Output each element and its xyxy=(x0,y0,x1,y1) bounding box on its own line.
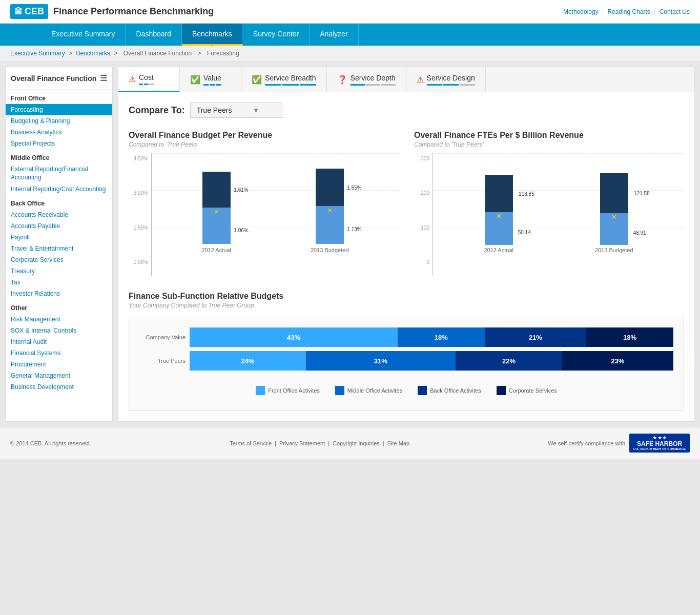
footer-terms[interactable]: Terms of Service xyxy=(230,440,272,446)
footer-sep3: | xyxy=(383,440,384,446)
reading-charts-link[interactable]: Reading Charts xyxy=(607,8,650,15)
warn-icon-design: ⚠ xyxy=(417,75,424,85)
sidebar-item-accounts-receivable[interactable]: Accounts Receivable xyxy=(6,209,112,220)
sidebar-item-accounts-payable[interactable]: Accounts Payable xyxy=(6,220,112,232)
nav-benchmarks[interactable]: Benchmarks xyxy=(182,24,243,46)
chart2-subtitle: Compared to 'True Peers' xyxy=(414,141,684,148)
sidebar-item-financial-systems[interactable]: Financial Systems xyxy=(6,347,112,359)
main-layout: Overall Finance Function ☰ Front Office … xyxy=(5,67,695,422)
chart2-val2-top: 121.58 xyxy=(634,191,650,196)
methodology-link[interactable]: Methodology xyxy=(563,8,599,15)
logo-area: 🏛 CEB Finance Performance Benchmarking xyxy=(10,4,214,19)
sidebar-item-special-projects[interactable]: Special Projects xyxy=(6,138,112,149)
chart1-val2-bottom: 1.13% xyxy=(347,227,361,232)
chart1-val1-top: 1.61% xyxy=(234,187,248,193)
tab-service-depth[interactable]: ❓ Service Depth xyxy=(327,67,406,92)
tab-cost[interactable]: ⚠ Cost xyxy=(118,67,180,92)
chart1-y-axis: 4.50% 3.00% 1.50% 0.00% xyxy=(129,153,151,276)
sidebar-item-corporate-services[interactable]: Corporate Services xyxy=(6,254,112,265)
tab-depth-bar1 xyxy=(351,84,365,86)
compare-label: Compare To: xyxy=(129,105,185,116)
sidebar-item-payroll[interactable]: Payroll xyxy=(6,232,112,243)
sidebar-item-tax[interactable]: Tax xyxy=(6,277,112,288)
tab-breadth-bar3 xyxy=(300,84,316,86)
chart1-y2: 1.50% xyxy=(134,225,148,231)
sidebar-item-external-reporting[interactable]: External Reporting/Financial Accounting xyxy=(6,163,112,183)
sidebar-item-treasury[interactable]: Treasury xyxy=(6,265,112,277)
sidebar-item-forecasting[interactable]: Forecasting xyxy=(6,104,112,115)
footer: © 2014 CEB. All rights reserved. Terms o… xyxy=(0,427,700,459)
sidebar-item-internal-audit[interactable]: Internal Audit xyxy=(6,336,112,347)
stacked-bar-container: Company Value 43% 18% 21% 18% True Peers… xyxy=(129,317,684,411)
tab-cost-bar1 xyxy=(139,84,143,85)
sidebar-item-general-management[interactable]: General Management xyxy=(6,370,112,381)
chart1-val2-top: 1.65% xyxy=(347,184,361,190)
safe-harbor-label: SAFE HARBOR xyxy=(633,440,686,447)
legend-front-office: Front Office Activites xyxy=(256,386,320,395)
nav-dashboard[interactable]: Dashboard xyxy=(126,24,182,46)
chart1-bar2-mid: ✕ xyxy=(316,206,344,214)
menu-icon[interactable]: ☰ xyxy=(100,73,107,83)
footer-copyright-link[interactable]: Copyright Inquiries xyxy=(333,440,380,446)
chart2-title: Overall Finance FTEs Per $ Billion Reven… xyxy=(414,131,684,140)
sidebar-item-budgeting[interactable]: Budgeting & Planning xyxy=(6,115,112,127)
breadcrumb-sep1: > xyxy=(69,50,74,57)
divider2: | xyxy=(654,8,657,15)
compare-value: True Peers xyxy=(197,106,232,114)
breadcrumb-executive-summary[interactable]: Executive Summary xyxy=(10,50,65,57)
nav-analyzer[interactable]: Analyzer xyxy=(310,24,358,46)
chart2-group1: 118.85 ✕ 50.14 xyxy=(484,175,513,253)
chart2-bar2-bottom: 48.91 xyxy=(600,220,628,245)
tab-service-design[interactable]: ⚠ Service Design xyxy=(406,67,486,92)
stacked-bars-company: 43% 18% 21% 18% xyxy=(190,327,673,347)
safe-harbor-text: We self-certify compliance with xyxy=(548,440,625,446)
stacked-label-company: Company Value xyxy=(139,334,186,340)
breadcrumb-sep3: > xyxy=(198,50,203,57)
star-icon-3: ✕ xyxy=(496,212,502,220)
legend-box-back xyxy=(418,386,427,395)
legend-label-front: Front Office Activites xyxy=(268,387,320,394)
stacked-seg-p4: 23% xyxy=(562,351,673,371)
chart1-val1-bottom: 1.06% xyxy=(234,227,248,233)
compare-select[interactable]: True Peers ▼ xyxy=(190,102,282,118)
chart2-bar1-bottom: 50.14 xyxy=(485,219,513,245)
tab-service-breadth-label: Service Breadth xyxy=(265,74,316,82)
sidebar-item-risk-management[interactable]: Risk Management xyxy=(6,314,112,325)
footer-privacy[interactable]: Privacy Statement xyxy=(279,440,325,446)
logo: 🏛 CEB xyxy=(10,4,48,19)
footer-sitemap[interactable]: Site Map xyxy=(387,440,409,446)
tab-value[interactable]: ✅ Value xyxy=(180,67,241,92)
chart2-y2: 100 xyxy=(421,225,429,231)
sidebar-item-procurement[interactable]: Procurement xyxy=(6,359,112,370)
sidebar-section-middle-office: Middle Office xyxy=(6,149,112,163)
divider1: | xyxy=(602,8,605,15)
breadcrumb-benchmarks[interactable]: Benchmarks xyxy=(76,50,110,57)
chart1-y3: 3.00% xyxy=(134,190,148,196)
sidebar-item-sox[interactable]: SOX & Internal Controls xyxy=(6,325,112,336)
chart2-val1-bottom: 50.14 xyxy=(518,230,531,235)
nav-executive-summary[interactable]: Executive Summary xyxy=(41,24,126,46)
sidebar-item-business-development[interactable]: Business Development xyxy=(6,381,112,393)
sidebar-item-investor-relations[interactable]: Investor Relations xyxy=(6,288,112,299)
nav-survey-center[interactable]: Survey Center xyxy=(243,24,310,46)
warn-icon-cost: ⚠ xyxy=(129,74,136,84)
safe-harbor: We self-certify compliance with ★ ★ ★ SA… xyxy=(548,434,690,453)
footer-sep1: | xyxy=(275,440,276,446)
chart2-val1-top: 118.85 xyxy=(519,191,534,196)
tab-value-bar2 xyxy=(210,84,215,86)
sidebar-section-front-office: Front Office xyxy=(6,90,112,104)
stacked-label-peers: True Peers xyxy=(139,358,186,364)
legend-label-back: Back Office Activites xyxy=(430,387,481,394)
dropdown-arrow-icon: ▼ xyxy=(252,106,259,114)
nav-bar: Executive Summary Dashboard Benchmarks S… xyxy=(0,24,700,46)
sidebar: Overall Finance Function ☰ Front Office … xyxy=(5,67,113,422)
sidebar-item-business-analytics[interactable]: Business Analytics xyxy=(6,127,112,138)
ok-icon-breadth: ✅ xyxy=(252,75,262,85)
legend-box-middle xyxy=(335,386,344,395)
chart2-bar2-top: 121.58 xyxy=(600,173,628,213)
sidebar-item-travel[interactable]: Travel & Entertainment xyxy=(6,243,112,254)
chart2-body: 118.85 ✕ 50.14 xyxy=(433,153,684,276)
tab-service-breadth[interactable]: ✅ Service Breadth xyxy=(241,67,327,92)
contact-us-link[interactable]: Contact Us xyxy=(660,8,690,15)
sidebar-item-internal-reporting[interactable]: Internal Reporting/Cost Accounting xyxy=(6,183,112,195)
